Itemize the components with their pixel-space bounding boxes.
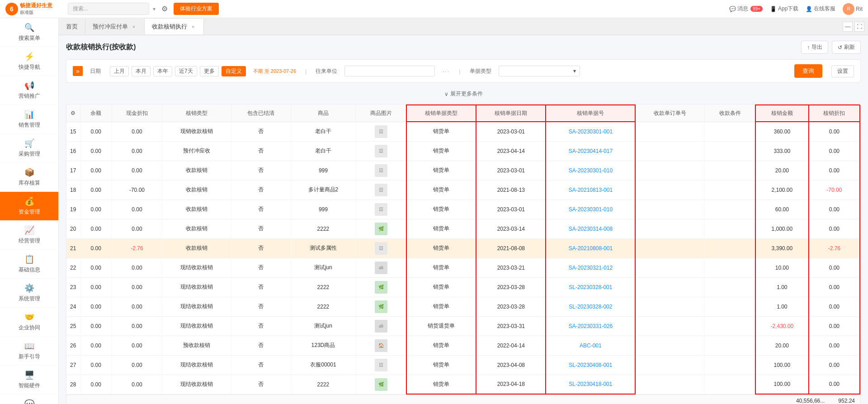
sidebar-item-guide[interactable]: 📖 新手引导 [0,337,58,366]
cell-cash-discount: 0.00 [112,336,162,355]
sidebar-item-finance[interactable]: 💰 资金管理 [0,192,58,221]
settings-gear-btn[interactable]: ⚙ [159,4,170,14]
goods-image: 🏠 [375,339,387,352]
sidebar-item-operations[interactable]: 📈 经营管理 [0,221,58,250]
tab-maximize-btn[interactable]: ⛶ [854,22,864,32]
tab-minimize-btn[interactable]: — [843,22,853,32]
sidebar-item-basic-info[interactable]: 📋 基础信息 [0,250,58,279]
sidebar-item-system[interactable]: ⚙️ 系统管理 [0,279,58,308]
date-btn-last-month[interactable]: 上月 [110,66,129,76]
sidebar-item-inventory[interactable]: 📦 库存核算 [0,163,58,192]
tab-close-cancel-exec[interactable]: × [190,24,196,30]
cell-cancel-bill-date: 2023-03-01 [476,122,546,141]
notifications-btn[interactable]: 💬 消息 99+ [729,5,763,13]
tab-close-prepay[interactable]: × [131,24,137,30]
cell-balance: 0.00 [80,219,112,238]
cell-cancel-bill-no[interactable]: SA-20230314-008 [546,219,635,238]
table-row: 23 0.00 0.00 现结收款核销 否 2222 🌿 销货单 2023-03… [66,277,860,297]
cell-cancel-bill-no[interactable]: ABC-001 [546,336,635,355]
cell-goods: 衣服00001 [291,355,355,375]
cancel-bill-no-link[interactable]: SL-20230328-001 [569,284,612,290]
cell-receipt-order-no [635,375,704,394]
cell-cash-discount: 0.00 [112,355,162,375]
cell-cancel-discount: 0.00 [809,161,860,180]
sidebar-item-collab[interactable]: 🤝 企业协同 [0,308,58,337]
cancel-bill-no-link[interactable]: SA-20210813-001 [569,187,613,193]
app-download-btn[interactable]: 📱 App下载 [770,5,798,13]
sidebar-item-shortcuts[interactable]: ⚡ 快捷导航 [0,47,58,76]
cancel-bill-no-link[interactable]: SL-20230328-002 [569,304,612,310]
date-btn-7days[interactable]: 近7天 [175,66,197,76]
table-row: 19 0.00 0.00 收款核销 否 999 🖼 销货单 2023-03-01… [66,200,860,219]
col-header-cancel-amount: 核销金额 [755,105,809,122]
export-btn[interactable]: ↑ 导出 [801,41,828,54]
cell-cancel-bill-date: 2023-03-01 [476,200,546,219]
cell-cancel-bill-no[interactable]: SA-20230301-001 [546,122,635,141]
collapse-filter-btn[interactable]: » [73,66,83,76]
cell-cancel-bill-no[interactable]: SA-20230321-012 [546,258,635,277]
cell-cancel-bill-date: 2021-08-08 [476,238,546,258]
sidebar-item-wechat[interactable]: 💬 企业微信 [0,394,58,404]
cancel-bill-no-link[interactable]: SA-20210808-001 [569,245,613,252]
cell-cancel-bill-no[interactable]: SA-20230414-017 [546,141,635,161]
user-profile-btn[interactable]: R Rit [843,3,863,15]
cell-cancel-bill-no[interactable]: SA-20230301-010 [546,200,635,219]
date-btn-this-year[interactable]: 本年 [153,66,172,76]
top-bar: 6 畅捷通好生意 标准版 搜索... ▾ ⚙ 体验行业方案 💬 消息 99+ 📱… [0,0,868,18]
cell-cancel-bill-no[interactable]: SL-20230328-001 [546,277,635,297]
cancel-bill-no-link[interactable]: SL-20230418-001 [569,381,612,387]
query-btn[interactable]: 查询 [794,64,822,78]
cell-cancel-bill-date: 2021-08-13 [476,180,546,200]
tab-prepay[interactable]: 预付冲应付单 × [85,19,145,34]
online-service-btn[interactable]: 👤 在线客服 [806,5,835,13]
cell-row-num: 20 [66,219,80,238]
sidebar-item-hardware[interactable]: 🖥️ 智能硬件 [0,366,58,394]
cell-include-settled: 否 [231,200,291,219]
cancel-bill-no-link[interactable]: SA-20230301-001 [569,128,613,135]
cancel-bill-no-link[interactable]: SA-20230314-008 [569,226,613,232]
cell-balance: 0.00 [80,161,112,180]
sidebar-item-search[interactable]: 🔍 搜索菜单 [0,18,58,47]
date-btn-more[interactable]: 更多 [200,66,219,76]
col-header-gear[interactable]: ⚙ [66,105,80,122]
table-row: 16 0.00 0.00 预付冲应收 否 老白干 🖼 销货单 2023-04-1… [66,141,860,161]
partner-input[interactable] [344,66,435,76]
sidebar-item-sales[interactable]: 📊 销售管理 [0,105,58,134]
col-header-receipt-condition: 收款条件 [705,105,755,122]
tab-cancel-exec[interactable]: 收款核销执行 × [145,19,204,34]
main-table: ⚙ 余额 现金折扣 核销类型 包含已结清 商品 商品图片 核销单据类型 核销单据… [66,105,860,394]
cell-cancel-bill-no[interactable]: SA-20230301-010 [546,161,635,180]
cancel-bill-no-link[interactable]: SA-20230301-010 [569,167,613,174]
order-type-select[interactable]: ▾ [499,66,580,76]
col-header-cancel-bill-no: 核销单据号 [546,105,635,122]
search-box[interactable]: 搜索... [68,3,149,15]
sidebar-item-purchase[interactable]: 🛒 采购管理 [0,134,58,163]
cell-cancel-bill-date: 2023-03-14 [476,219,546,238]
cancel-bill-no-link[interactable]: SL-20230408-001 [569,362,612,368]
expand-conditions-btn[interactable]: ∨ 展开更多条件 [442,87,486,100]
date-btn-custom[interactable]: 自定义 [222,66,246,76]
page-content: 收款核销执行(按收款) ↑ 导出 ↺ 刷新 » 日期 [59,35,868,404]
industry-btn[interactable]: 体验行业方案 [174,3,219,15]
cell-cancel-bill-no[interactable]: SL-20230418-001 [546,375,635,394]
cell-cancel-bill-no[interactable]: SA-20210813-001 [546,180,635,200]
cell-cancel-bill-no[interactable]: SL-20230408-001 [546,355,635,375]
refresh-btn[interactable]: ↺ 刷新 [832,41,861,54]
cell-cancel-bill-no[interactable]: SL-20230328-002 [546,297,635,316]
inventory-icon: 📦 [24,167,34,177]
cancel-bill-no-link[interactable]: SA-20230301-010 [569,206,613,213]
cell-goods-img: 🌿 [356,375,406,394]
cancel-bill-no-link[interactable]: SA-20230414-017 [569,148,613,154]
date-btn-this-month[interactable]: 本月 [132,66,151,76]
dropdown-arrow-icon[interactable]: ▾ [153,6,156,12]
cancel-bill-no-link[interactable]: SA-20230321-012 [569,265,613,271]
cancel-bill-no-link[interactable]: SA-20230331-026 [569,323,613,329]
setting-btn[interactable]: 设置 [831,65,854,77]
cancel-bill-no-link[interactable]: ABC-001 [580,342,602,349]
sidebar-item-marketing[interactable]: 📢 营销推广 [0,76,58,105]
tab-home[interactable]: 首页 [59,19,85,34]
cell-cancel-bill-no[interactable]: SA-20210808-001 [546,238,635,258]
cell-cancel-bill-no[interactable]: SA-20230331-026 [546,316,635,336]
cell-goods-img: 🌿 [356,277,406,297]
table-row: 24 0.00 0.00 现结收款核销 否 2222 🌿 销货单 2023-03… [66,297,860,316]
